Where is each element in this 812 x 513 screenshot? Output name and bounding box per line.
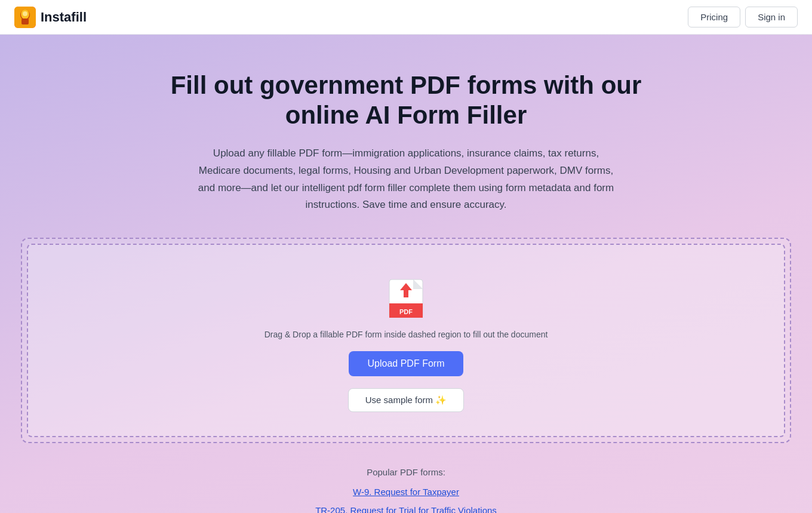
sample-button[interactable]: Use sample form ✨ [348,388,465,412]
logo-avatar [14,7,36,28]
hero-title: Fill out government PDF forms with our o… [137,70,675,131]
svg-point-3 [23,11,27,16]
upload-hint: Drag & Drop a fillable PDF form inside d… [264,330,548,339]
popular-links: W-9. Request for TaxpayerTR-205. Request… [12,487,800,513]
popular-form-link[interactable]: W-9. Request for Taxpayer [12,487,800,497]
popular-section: Popular PDF forms: W-9. Request for Taxp… [12,467,800,513]
popular-label: Popular PDF forms: [12,467,800,477]
signin-button[interactable]: Sign in [745,7,798,27]
logo[interactable]: Instafill [14,7,87,28]
upload-zone-outer: PDF Drag & Drop a fillable PDF form insi… [21,238,791,443]
svg-rect-4 [21,19,29,24]
upload-zone-inner[interactable]: PDF Drag & Drop a fillable PDF form insi… [27,244,785,437]
hero-subtitle: Upload any fillable PDF form—immigration… [191,145,621,214]
hero-section: Fill out government PDF forms with our o… [0,35,812,513]
svg-text:PDF: PDF [399,308,413,315]
upload-button[interactable]: Upload PDF Form [349,351,464,376]
pdf-upload-icon: PDF [387,275,425,318]
navbar: Instafill Pricing Sign in [0,0,812,35]
pricing-button[interactable]: Pricing [688,7,740,27]
nav-actions: Pricing Sign in [688,7,798,27]
popular-form-link[interactable]: TR-205. Request for Trial for Traffic Vi… [12,505,800,513]
logo-text: Instafill [41,10,87,25]
